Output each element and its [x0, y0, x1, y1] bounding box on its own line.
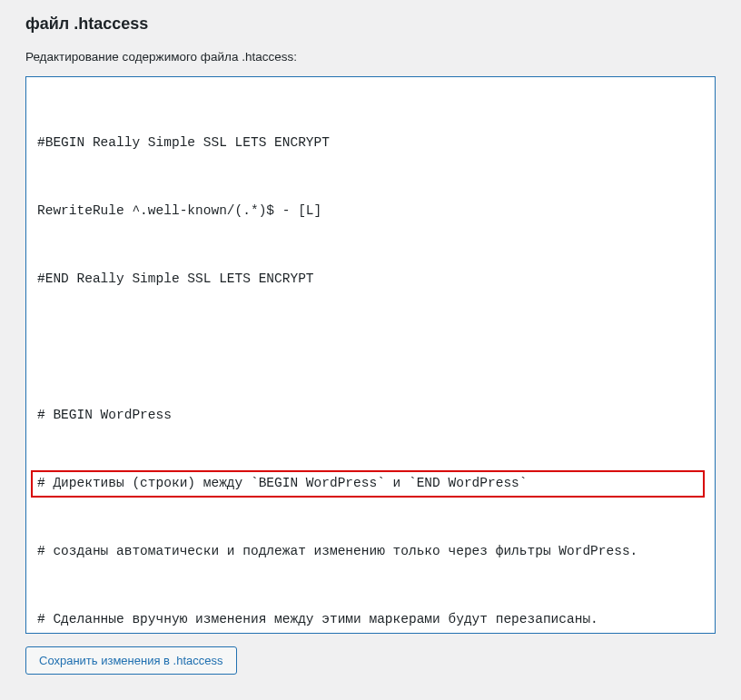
- code-line: # Директивы (строки) между `BEGIN WordPr…: [37, 472, 704, 495]
- code-line: #END Really Simple SSL LETS ENCRYPT: [37, 268, 704, 291]
- htaccess-editor[interactable]: #BEGIN Really Simple SSL LETS ENCRYPT Re…: [25, 76, 716, 634]
- save-htaccess-button[interactable]: Сохранить изменения в .htaccess: [25, 646, 237, 675]
- code-line: [37, 336, 704, 359]
- code-line: # созданы автоматически и подлежат измен…: [37, 540, 704, 563]
- code-line: # BEGIN WordPress: [37, 404, 704, 427]
- code-line: RewriteRule ^.well-known/(.*)$ - [L]: [37, 200, 704, 222]
- page-title: файл .htaccess: [25, 15, 716, 34]
- editor-description: Редактирование содержимого файла .htacce…: [25, 50, 716, 64]
- code-line: #BEGIN Really Simple SSL LETS ENCRYPT: [37, 132, 704, 154]
- code-line: # Сделанные вручную изменения между этим…: [37, 608, 704, 631]
